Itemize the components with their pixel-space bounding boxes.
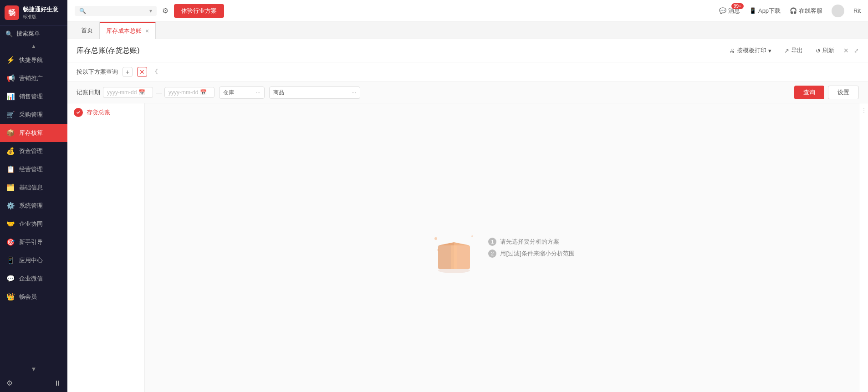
sidebar-item-system[interactable]: ⚙️ 系统管理 bbox=[0, 197, 67, 215]
filter-row: 记账日期 yyyy-mm-dd 📅 — yyyy-mm-dd 📅 仓库 ··· … bbox=[67, 82, 868, 103]
trial-button[interactable]: 体验行业方案 bbox=[174, 4, 224, 18]
sidebar-item-marketing[interactable]: 📢 营销推广 bbox=[0, 69, 67, 87]
svg-point-7 bbox=[437, 249, 439, 251]
nav-label: 采购管理 bbox=[19, 111, 43, 119]
logo-text: 畅捷通好生意 标准版 bbox=[23, 5, 58, 20]
message-badge: 99+ bbox=[731, 3, 744, 9]
empty-hints: 1 请先选择要分析的方案 2 用[过滤]条件来缩小分析范围 bbox=[488, 238, 574, 258]
headset-icon: 🎧 bbox=[790, 7, 797, 14]
inventory-icon: 📦 bbox=[6, 129, 15, 137]
sidebar-search[interactable]: 🔍 搜索菜单 bbox=[0, 26, 67, 41]
export-icon: ↗ bbox=[784, 47, 789, 54]
page-content: 库存总账(存货总账) 🖨 按模板打印 ▾ ↗ 导出 ↺ 刷新 × ⤢ bbox=[67, 39, 868, 392]
close-panel-btn[interactable]: × bbox=[843, 46, 848, 56]
user-avatar[interactable] bbox=[832, 5, 844, 17]
svg-point-6 bbox=[471, 235, 473, 237]
date-end-input[interactable]: yyyy-mm-dd 📅 bbox=[164, 87, 214, 98]
query-button[interactable]: 查询 bbox=[794, 86, 824, 99]
chevron-down-icon: ▾ bbox=[149, 8, 152, 14]
basic-icon: 🗂️ bbox=[6, 183, 15, 192]
app-download-label: App下载 bbox=[758, 7, 781, 15]
online-service-btn[interactable]: 🎧 在线客服 bbox=[790, 7, 822, 15]
hint-item-2: 2 用[过滤]条件来缩小分析范围 bbox=[488, 249, 574, 258]
date-start-placeholder: yyyy-mm-dd bbox=[107, 89, 137, 96]
expand-icon[interactable]: ⤢ bbox=[854, 47, 859, 54]
filter-add-btn[interactable]: + bbox=[123, 67, 133, 77]
search-icon: 🔍 bbox=[5, 31, 13, 37]
sidebar-item-vip[interactable]: 👑 畅会员 bbox=[0, 288, 67, 306]
filter-clear-btn[interactable]: ✕ bbox=[137, 67, 147, 77]
goods-select[interactable]: 商品 ··· bbox=[269, 87, 360, 99]
breadcrumb-search[interactable]: 🔍 ▾ bbox=[75, 6, 157, 16]
hint-text-2: 用[过滤]条件来缩小分析范围 bbox=[500, 249, 574, 258]
sidebar-item-sales[interactable]: 📊 销售管理 bbox=[0, 87, 67, 106]
sidebar-item-operation[interactable]: 📋 经营管理 bbox=[0, 160, 67, 178]
sidebar-footer: ⚙ ⏸ bbox=[0, 374, 67, 392]
sidebar-item-quick-nav[interactable]: ⚡ 快捷导航 bbox=[0, 51, 67, 69]
app-download-btn[interactable]: 📱 App下载 bbox=[749, 7, 781, 15]
appstore-icon: 📱 bbox=[6, 256, 15, 265]
nav-label: 企业微信 bbox=[19, 275, 43, 283]
sidebar-item-cooperation[interactable]: 🤝 企业协同 bbox=[0, 215, 67, 233]
nav-label: 销售管理 bbox=[19, 92, 43, 101]
sidebar-item-capital[interactable]: 💰 资金管理 bbox=[0, 142, 67, 160]
refresh-icon: ↺ bbox=[816, 47, 821, 54]
search-label: 搜索菜单 bbox=[16, 30, 40, 38]
tab-inventory-cost-label: 库存成本总账 bbox=[106, 27, 142, 35]
print-template-btn[interactable]: 🖨 按模板打印 ▾ bbox=[725, 45, 775, 56]
brand-name: 畅捷通好生意 bbox=[23, 5, 58, 14]
refresh-btn[interactable]: ↺ 刷新 bbox=[812, 45, 838, 56]
calendar-end-icon[interactable]: 📅 bbox=[200, 89, 207, 96]
right-close-panel[interactable]: ⋮ bbox=[859, 103, 868, 392]
hint-text-1: 请先选择要分析的方案 bbox=[500, 238, 559, 246]
sidebar-item-wechat[interactable]: 💬 企业微信 bbox=[0, 270, 67, 288]
sidebar-item-inventory[interactable]: 📦 库存核算 bbox=[0, 124, 67, 142]
date-filter-field: 记账日期 yyyy-mm-dd 📅 — yyyy-mm-dd 📅 bbox=[77, 87, 214, 98]
plan-panel: 存货总账 bbox=[67, 103, 868, 392]
tab-bar: 首页 库存成本总账 × bbox=[67, 22, 868, 39]
sales-icon: 📊 bbox=[6, 92, 15, 101]
hint-item-1: 1 请先选择要分析的方案 bbox=[488, 238, 574, 246]
settings-button[interactable]: 设置 bbox=[828, 86, 859, 99]
guide-icon: 🎯 bbox=[6, 238, 15, 246]
warehouse-select[interactable]: 仓库 ··· bbox=[219, 87, 265, 99]
tab-home[interactable]: 首页 bbox=[75, 22, 100, 39]
wechat-icon: 💬 bbox=[6, 275, 15, 283]
date-label: 记账日期 bbox=[77, 88, 100, 97]
goods-label: 商品 bbox=[273, 89, 284, 97]
cooperation-icon: 🤝 bbox=[6, 220, 15, 228]
settings-icon[interactable]: ⚙ bbox=[6, 379, 13, 387]
plan-item-label: 存货总账 bbox=[87, 108, 110, 117]
scroll-up-btn[interactable]: ▲ bbox=[0, 41, 67, 51]
svg-rect-4 bbox=[451, 245, 457, 269]
capital-icon: 💰 bbox=[6, 147, 15, 155]
filter-area: 按以下方案查询 + ✕ 《 bbox=[67, 62, 868, 82]
nav-label: 库存核算 bbox=[19, 129, 43, 137]
nav-label: 畅会员 bbox=[19, 293, 37, 301]
user-name[interactable]: Rit bbox=[853, 7, 861, 14]
nav-label: 快捷导航 bbox=[19, 56, 43, 64]
tab-inventory-cost[interactable]: 库存成本总账 × bbox=[100, 22, 156, 39]
scroll-down-btn[interactable]: ▼ bbox=[0, 364, 67, 374]
collapse-icon[interactable]: ⏸ bbox=[54, 379, 61, 387]
tab-close-icon[interactable]: × bbox=[145, 27, 149, 35]
export-btn[interactable]: ↗ 导出 bbox=[781, 45, 807, 56]
print-icon: 🖨 bbox=[729, 47, 735, 54]
phone-icon: 📱 bbox=[749, 7, 756, 14]
filter-collapse-btn[interactable]: 《 bbox=[152, 68, 158, 76]
sidebar-item-guide[interactable]: 🎯 新手引导 bbox=[0, 233, 67, 251]
message-btn[interactable]: 💬 消息 99+ bbox=[719, 7, 740, 15]
calendar-start-icon[interactable]: 📅 bbox=[138, 89, 145, 96]
sidebar-item-basic[interactable]: 🗂️ 基础信息 bbox=[0, 178, 67, 197]
sidebar-item-appstore[interactable]: 📱 应用中心 bbox=[0, 251, 67, 270]
action-buttons: 查询 设置 bbox=[794, 86, 859, 99]
date-start-input[interactable]: yyyy-mm-dd 📅 bbox=[103, 87, 153, 98]
sidebar: 畅 畅捷通好生意 标准版 🔍 搜索菜单 ▲ ⚡ 快捷导航 📢 营销推广 📊 销售… bbox=[0, 0, 67, 392]
plan-item-inventory-ledger[interactable]: 存货总账 bbox=[67, 103, 144, 122]
marketing-icon: 📢 bbox=[6, 74, 15, 82]
sidebar-item-purchase[interactable]: 🛒 采购管理 bbox=[0, 106, 67, 124]
vip-icon: 👑 bbox=[6, 293, 15, 301]
nav-label: 系统管理 bbox=[19, 202, 43, 210]
gear-icon[interactable]: ⚙ bbox=[160, 5, 170, 17]
nav-label: 新手引导 bbox=[19, 238, 43, 246]
